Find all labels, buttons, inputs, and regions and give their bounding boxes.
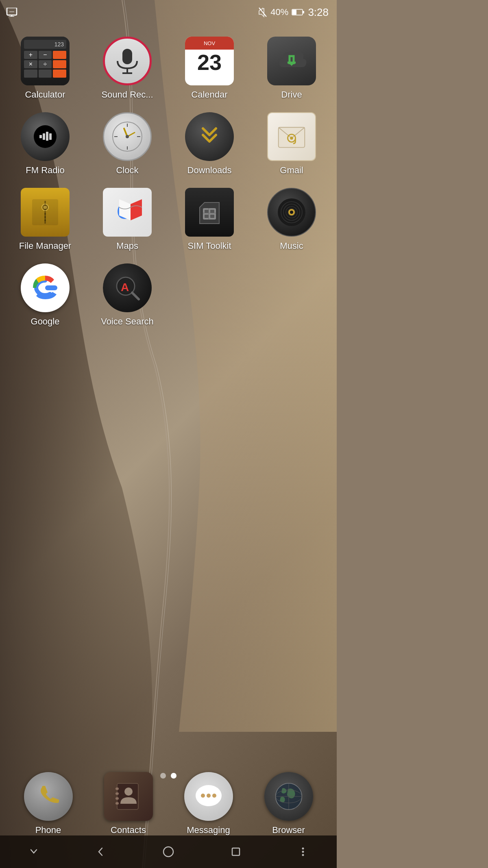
svg-point-36 <box>44 220 46 221</box>
svg-point-59 <box>34 782 63 811</box>
app-label-calendar: Calendar <box>191 89 227 100</box>
dock-phone[interactable]: Phone <box>12 772 85 835</box>
sim-toolkit-icon <box>193 196 226 228</box>
svg-point-33 <box>44 206 47 209</box>
drive-cloud-icon <box>275 45 308 77</box>
app-music[interactable]: Music <box>255 188 328 251</box>
svg-rect-14 <box>43 133 45 140</box>
app-label-sim-toolkit: SIM Toolkit <box>187 241 231 251</box>
dock-messaging[interactable]: Messaging <box>172 772 245 835</box>
svg-point-34 <box>44 213 46 215</box>
nav-more[interactable] <box>289 842 317 862</box>
nav-dropdown[interactable] <box>20 842 48 862</box>
app-row-2: FM Radio Clock <box>4 112 333 176</box>
svg-point-28 <box>290 137 293 140</box>
svg-rect-6 <box>303 11 304 13</box>
browser-icon <box>272 780 305 813</box>
svg-text:A: A <box>121 281 129 294</box>
svg-rect-13 <box>39 135 42 138</box>
file-manager-icon <box>29 196 61 228</box>
app-label-gmail: Gmail <box>280 165 303 176</box>
app-calendar[interactable]: NOV 23 Calendar <box>173 37 246 100</box>
svg-point-66 <box>124 788 133 796</box>
svg-point-68 <box>201 794 205 798</box>
dock-contacts[interactable]: Contacts <box>92 772 165 835</box>
svg-rect-44 <box>210 215 214 218</box>
gmail-icon <box>276 121 307 152</box>
svg-point-79 <box>302 851 304 853</box>
svg-line-57 <box>132 293 139 299</box>
app-label-calculator: Calculator <box>25 89 65 100</box>
svg-rect-41 <box>205 210 209 213</box>
svg-rect-65 <box>115 802 119 805</box>
nav-home[interactable] <box>154 842 183 862</box>
svg-rect-15 <box>46 132 48 141</box>
app-downloads[interactable]: Downloads <box>173 112 246 176</box>
app-fm-radio[interactable]: FM Radio <box>9 112 82 176</box>
nav-bar <box>0 835 337 868</box>
battery-percent: 40% <box>270 7 288 17</box>
svg-point-80 <box>302 854 304 856</box>
app-maps[interactable]: G Maps <box>91 188 164 251</box>
app-label-maps: Maps <box>116 241 138 251</box>
app-google[interactable]: Google <box>9 263 82 327</box>
contacts-icon <box>112 780 145 813</box>
app-row-1: 123 + − × ÷ Calculator <box>4 37 333 100</box>
svg-point-35 <box>44 216 46 218</box>
nav-recents[interactable] <box>222 842 250 862</box>
app-label-google: Google <box>31 316 60 327</box>
app-grid: 123 + − × ÷ Calculator <box>0 28 337 347</box>
downloads-icon <box>193 120 226 153</box>
mute-icon <box>258 7 267 17</box>
maps-icon: G <box>111 196 144 228</box>
dock-browser[interactable]: Browser <box>252 772 325 835</box>
app-sim-toolkit[interactable]: SIM Toolkit <box>173 188 246 251</box>
app-label-clock: Clock <box>116 165 138 176</box>
app-calculator[interactable]: 123 + − × ÷ Calculator <box>9 37 82 100</box>
app-file-manager[interactable]: File Manager <box>9 188 82 251</box>
app-gmail[interactable]: Gmail <box>255 112 328 176</box>
dock: Phone Contacts <box>0 772 337 835</box>
svg-rect-64 <box>115 797 119 800</box>
dock-label-contacts: Contacts <box>111 825 146 835</box>
calendar-date: 23 <box>197 50 222 73</box>
dock-label-messaging: Messaging <box>187 825 230 835</box>
app-row-3: File Manager G Maps <box>4 188 333 251</box>
svg-rect-43 <box>205 215 209 218</box>
app-label-file-manager: File Manager <box>19 241 71 251</box>
notification-icon <box>6 8 17 17</box>
svg-point-53 <box>290 211 293 214</box>
app-drive[interactable]: Drive <box>255 37 328 100</box>
messaging-icon <box>192 780 225 813</box>
app-voice-search[interactable]: A Voice Search <box>91 263 164 327</box>
status-bar: 40% 3:28 <box>0 0 337 24</box>
google-icon <box>29 272 61 304</box>
svg-rect-7 <box>292 10 296 15</box>
dock-label-browser: Browser <box>272 825 305 835</box>
app-clock[interactable]: Clock <box>91 112 164 176</box>
svg-rect-16 <box>49 133 52 140</box>
svg-point-76 <box>163 847 173 857</box>
app-label-music: Music <box>280 241 303 251</box>
svg-rect-63 <box>115 792 119 795</box>
app-label-downloads: Downloads <box>187 165 232 176</box>
phone-icon <box>32 780 65 813</box>
dock-label-phone: Phone <box>35 825 61 835</box>
svg-rect-54 <box>45 285 57 290</box>
app-label-voice-search: Voice Search <box>101 316 154 327</box>
svg-point-69 <box>207 794 211 798</box>
fm-radio-icon <box>29 120 61 153</box>
app-label-fm-radio: FM Radio <box>26 165 64 176</box>
microphone-icon <box>111 45 144 77</box>
battery-icon <box>292 8 305 16</box>
app-sound-recorder[interactable]: Sound Rec... <box>91 37 164 100</box>
status-left <box>6 8 17 17</box>
svg-point-24 <box>126 135 129 138</box>
svg-rect-77 <box>232 848 240 855</box>
svg-rect-62 <box>115 788 119 790</box>
time-display: 3:28 <box>308 6 329 19</box>
app-label-sound-recorder: Sound Rec... <box>101 89 153 100</box>
svg-point-70 <box>212 794 216 798</box>
svg-rect-42 <box>210 210 214 213</box>
nav-back[interactable] <box>87 842 115 862</box>
